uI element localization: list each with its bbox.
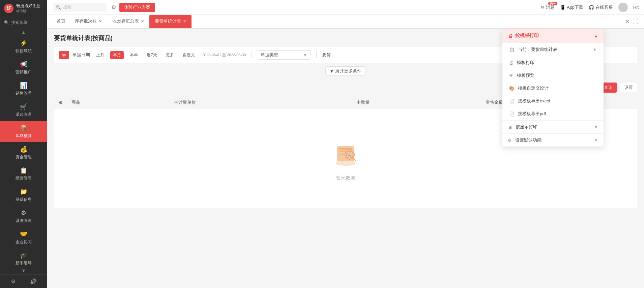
sidebar-item-label: 企业协同: [16, 239, 32, 245]
dropdown-set-default[interactable]: ⚙ 设置默认功能 ▼: [502, 134, 604, 147]
set-default-icon: ⚙: [508, 138, 512, 143]
sidebar-item-operations[interactable]: 📋 经营管理: [0, 163, 47, 185]
app-download-button[interactable]: 📱 App下载: [560, 4, 583, 10]
sidebar-item-label: 经营管理: [16, 175, 32, 181]
tab-order-stats-label: 要货单统计表: [155, 18, 181, 24]
goods-type-label: 要货: [322, 52, 331, 58]
date-filter-label: 单据日期: [72, 52, 90, 58]
dropdown-template-pdf[interactable]: 📄 按模板导出pdf: [502, 107, 604, 120]
display-print-left: 🖥 按显示打印: [508, 124, 537, 130]
sidebar-logo: 好 畅捷通好生意 标准版: [0, 0, 47, 17]
message-button[interactable]: ✉ 消息 99+: [541, 4, 555, 10]
expand-more-icon: ▼: [330, 69, 334, 74]
dropdown-template-print[interactable]: 🖨 模板打印: [502, 56, 604, 69]
type-filter-select[interactable]: 单据类型 ▼: [257, 50, 311, 60]
marketing-icon: 📢: [20, 61, 27, 68]
scroll-up[interactable]: ▲: [0, 28, 47, 36]
logo-text-group: 畅捷通好生意 标准版: [16, 3, 40, 13]
tab-receipt-summary[interactable]: 收发存汇总表 ✕: [107, 15, 149, 28]
sidebar-item-label: 资金管理: [16, 154, 32, 160]
dropdown-template-custom[interactable]: 🎨 模板自定义设计: [502, 82, 604, 95]
tab-batch-account-label: 库存批次账: [75, 18, 97, 24]
sidebar-search[interactable]: 🔍 搜索菜单: [0, 17, 47, 28]
sidebar-item-inventory[interactable]: 📦 库存核算: [0, 121, 47, 142]
table-quantity-header: 主数量: [352, 96, 481, 109]
tab-order-stats[interactable]: 要货单统计表 ✕: [149, 15, 192, 28]
topbar-search[interactable]: 🔍 搜索: [53, 3, 107, 11]
empty-state-icon: 🔍: [329, 136, 362, 170]
tab-batch-account[interactable]: 库存批次账 ✕: [69, 15, 107, 28]
date-btn-more[interactable]: 更多: [163, 51, 177, 59]
search-icon: 🔍: [4, 20, 9, 25]
template-excel-label: 按模板导出excel: [518, 98, 550, 104]
topbar-gear-icon[interactable]: ⚙: [111, 4, 116, 10]
expand-more-button[interactable]: ▼ 展开更多条件: [325, 66, 366, 76]
svg-rect-2: [339, 148, 352, 150]
dropdown-display-print[interactable]: 🖥 按显示打印 ▼: [502, 121, 604, 133]
sidebar-item-enterprise[interactable]: 🤝 企业协同: [0, 227, 47, 248]
sidebar-item-quick-nav[interactable]: ⚡ 快捷导航: [0, 36, 47, 57]
app-download-icon: 📱: [560, 5, 565, 10]
date-btn-custom[interactable]: 自定义: [180, 51, 198, 59]
topbar-actions: ✉ 消息 99+ 📱 App下载 🎧 在线客服 Rit: [541, 3, 639, 12]
settings-button[interactable]: 设置: [620, 83, 637, 92]
app-download-label: App下载: [567, 4, 583, 10]
date-btn-this-month[interactable]: 本月: [110, 51, 124, 59]
tab-order-stats-close[interactable]: ✕: [183, 19, 186, 24]
sidebar-item-marketing[interactable]: 📢 营销推广: [0, 57, 47, 78]
inventory-icon: 📦: [20, 124, 27, 132]
filter-divider: [251, 52, 252, 58]
sidebar-item-finance[interactable]: 💰 资金管理: [0, 142, 47, 163]
table-product-header: 商品: [67, 96, 170, 109]
sidebar-item-guide[interactable]: 🎓 新手引导: [0, 248, 47, 267]
type-filter-arrow: ▼: [303, 53, 307, 58]
topbar-promo-button[interactable]: 体验行业方案: [119, 3, 155, 12]
template-custom-icon: 🎨: [509, 86, 515, 91]
finance-icon: 💰: [20, 146, 27, 153]
dropdown-template-preview[interactable]: 👁 模板预览: [502, 69, 604, 82]
sidebar-item-label: 新手引导: [16, 260, 32, 266]
sidebar-item-basic[interactable]: 📁 基础信息: [0, 185, 47, 206]
sidebar-item-system[interactable]: ⚙ 系统管理: [0, 206, 47, 227]
table-gear-header[interactable]: ⚙: [54, 96, 67, 109]
topbar: 🔍 搜索 ⚙ 体验行业方案 ✉ 消息 99+ 📱 App下载 🎧 在线客服 Ri…: [47, 0, 644, 15]
main-area: 🔍 搜索 ⚙ 体验行业方案 ✉ 消息 99+ 📱 App下载 🎧 在线客服 Ri…: [47, 0, 644, 288]
online-service-button[interactable]: 🎧 在线客服: [589, 4, 613, 10]
dropdown-current-template[interactable]: 📋 当前：要货单统计表 ▼: [502, 43, 604, 56]
set-default-label: 设置默认功能: [515, 137, 541, 143]
display-print-icon: 🖥: [508, 125, 512, 130]
sidebar-item-sales[interactable]: 📊 销售管理: [0, 78, 47, 100]
app-name: 畅捷通好生意: [16, 3, 40, 9]
footer-speaker-icon[interactable]: 🔊: [30, 278, 37, 285]
template-preview-icon: 👁: [509, 73, 514, 78]
tab-expand-icon[interactable]: ⛶: [633, 18, 639, 25]
dropdown-collapse-icon[interactable]: ▲: [594, 33, 598, 38]
tab-home[interactable]: 首页: [53, 15, 69, 28]
date-range: 2023-06-01 至 2023-06-30: [202, 53, 246, 58]
display-print-arrow: ▼: [594, 125, 598, 130]
date-btn-7days[interactable]: 近7天: [144, 51, 160, 59]
username: Rit: [633, 5, 639, 10]
tab-receipt-summary-close[interactable]: ✕: [141, 19, 144, 24]
date-btn-this-year[interactable]: 本年: [127, 51, 141, 59]
current-template-icon: 📋: [509, 47, 515, 52]
avatar[interactable]: [618, 3, 628, 12]
enterprise-icon: 🤝: [20, 230, 27, 238]
tab-batch-account-close[interactable]: ✕: [99, 19, 102, 24]
date-btn-last-month[interactable]: 上月: [93, 51, 107, 59]
filter-expand-button[interactable]: ≫: [59, 51, 69, 59]
scroll-down[interactable]: ▼: [0, 267, 47, 275]
template-excel-icon: 📄: [509, 99, 515, 104]
display-print-label: 按显示打印: [516, 124, 537, 130]
dropdown-template-excel[interactable]: 📄 按模板导出excel: [502, 95, 604, 107]
footer-settings-icon[interactable]: ⚙: [11, 278, 16, 285]
current-template-arrow: ▼: [592, 47, 597, 52]
sidebar-item-label: 库存核算: [16, 133, 32, 139]
type-filter-label: 单据类型: [261, 52, 278, 58]
tab-close-all-icon[interactable]: ✕: [625, 18, 630, 25]
page-content: 要货单统计表(按商品) ≫ 单据日期 上月 本月 本年 近7天 更多 自定义 2…: [47, 29, 644, 288]
template-pdf-icon: 📄: [509, 111, 515, 117]
sidebar-item-purchase[interactable]: 🛒 采购管理: [0, 100, 47, 121]
online-service-icon: 🎧: [589, 5, 594, 10]
filter-divider2: [316, 52, 317, 58]
